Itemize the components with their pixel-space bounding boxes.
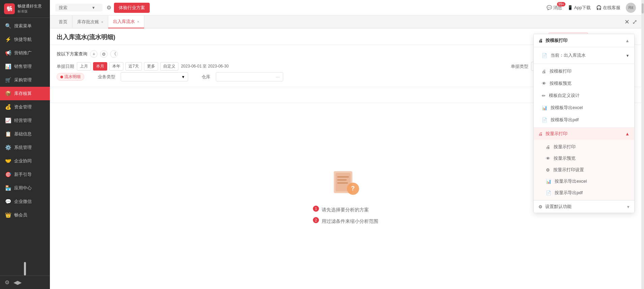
app-download-icon: 📱 <box>567 5 573 10</box>
tab-batch-ledger-close[interactable]: × <box>101 20 103 24</box>
logo-badge: 标准版 <box>18 9 42 14</box>
search-input[interactable] <box>59 5 92 10</box>
collapse-icon[interactable]: ◀▶ <box>13 279 22 286</box>
sidebar-icon-vip: 👑 <box>5 212 11 218</box>
date-btn-custom[interactable]: 自定义 <box>160 62 178 71</box>
template-excel-icon: 📊 <box>542 105 547 110</box>
tab-maximize-icon[interactable]: ⤢ <box>632 18 637 26</box>
date-filter: 上月 本月 本年 近7天 更多 自定义 <box>77 62 178 71</box>
dropdown-footer-label: 设置默认功能 <box>545 204 572 210</box>
sidebar-icon-marketing: 📢 <box>5 50 11 56</box>
header-search-box[interactable]: ▾ <box>55 4 103 11</box>
dropdown-display-print[interactable]: 🖨 按显示打印 <box>534 141 634 153</box>
customer-service-label: 在线客服 <box>603 5 620 11</box>
dropdown-template-preview[interactable]: 👁 按模板预览 <box>534 77 634 89</box>
warehouse-label: 仓库 <box>202 74 210 80</box>
sidebar-icon-basic: 📋 <box>5 131 11 137</box>
dropdown-header-arrow[interactable]: ▲ <box>625 38 630 43</box>
sidebar-label-guide: 新手引导 <box>14 172 32 178</box>
date-range-display: 2023-06-01 至 2023-06-30 <box>181 63 229 69</box>
header-gear-icon[interactable]: ⚙ <box>107 4 111 11</box>
filter-dot-icon <box>60 76 63 78</box>
sidebar-item-guide[interactable]: 🎯 新手引导 <box>0 168 50 181</box>
sidebar-icon-search: 🔍 <box>5 23 11 29</box>
search-label: 按以下方案查询 <box>57 51 87 57</box>
avatar[interactable]: Rit <box>626 3 636 13</box>
sidebar-label-vip: 畅会员 <box>14 212 27 218</box>
dropdown-display-excel[interactable]: 📊 按显示导出excel <box>534 176 634 187</box>
sidebar-item-wechat[interactable]: 💬 企业微信 <box>0 195 50 208</box>
tab-inout-flow[interactable]: 出入库流水 × <box>108 16 144 28</box>
filter-tag[interactable]: 流水明细 <box>57 73 84 81</box>
message-btn[interactable]: 💬 消息 99+ <box>547 5 562 11</box>
app-download-btn[interactable]: 📱 App下载 <box>567 5 591 11</box>
date-btn-last-month[interactable]: 上月 <box>77 62 91 71</box>
business-type-select[interactable]: ▾ <box>121 72 188 81</box>
date-btn-7days[interactable]: 近7天 <box>125 62 142 71</box>
tab-close-window-icon[interactable]: ✕ <box>624 18 630 26</box>
dropdown-template-excel[interactable]: 📊 按模板导出excel <box>534 102 634 114</box>
sidebar-item-quicknav[interactable]: ⚡ 快捷导航 <box>0 33 50 46</box>
sidebar-item-system[interactable]: ⚙️ 系统管理 <box>0 141 50 154</box>
empty-step-2: 2 用过滤条件来缩小分析范围 <box>313 216 378 226</box>
dropdown-template-print[interactable]: 🖨 按模板打印 <box>534 65 634 77</box>
display-section-label: 按显示打印 <box>546 131 567 137</box>
warehouse-more-icon[interactable]: ··· <box>276 74 280 79</box>
settings-icon[interactable]: ⚙ <box>5 279 9 286</box>
sidebar-item-search[interactable]: 🔍 搜索菜单 <box>0 19 50 33</box>
scroll-track[interactable] <box>641 0 644 289</box>
date-btn-this-month[interactable]: 本月 <box>93 62 107 71</box>
sidebar-item-collab[interactable]: 🤝 企业协同 <box>0 154 50 168</box>
header-right: 💬 消息 99+ 📱 App下载 🎧 在线客服 Rit <box>547 3 636 13</box>
search-collapse-icon[interactable]: 《 <box>110 50 118 58</box>
tab-inout-flow-close[interactable]: × <box>137 20 139 24</box>
footer-arrow: ▾ <box>627 204 630 209</box>
app-download-label: App下载 <box>574 5 591 11</box>
header-left: ▾ ⚙ 体验行业方案 <box>55 3 547 13</box>
dropdown-header: 🖨 按模板打印 ▲ <box>534 34 634 47</box>
dropdown-template-custom[interactable]: ✏ 模板自定义设计 <box>534 89 634 102</box>
sidebar-item-operation[interactable]: 📈 经营管理 <box>0 114 50 127</box>
message-badge: 99+ <box>557 2 565 6</box>
search-add-btn[interactable]: ＋ <box>90 50 97 58</box>
footer-settings-icon: ⚙ <box>538 204 543 209</box>
step-1-text: 请先选择要分析的方案 <box>322 205 369 214</box>
date-field: 单据日期 上月 本月 本年 近7天 更多 自定义 2023-06-01 至 20… <box>57 62 229 71</box>
sidebar-icon-finance: 💰 <box>5 104 11 110</box>
date-btn-more[interactable]: 更多 <box>144 62 158 71</box>
tab-batch-ledger[interactable]: 库存批次账 × <box>72 16 108 28</box>
dropdown-display-section[interactable]: 🖨 按显示打印 ▲ <box>534 128 634 140</box>
sidebar-item-basic[interactable]: 📋 基础信息 <box>0 127 50 141</box>
dropdown-title: 按模板打印 <box>546 37 567 44</box>
dropdown-display-preview[interactable]: 👁 按显示预览 <box>534 153 634 164</box>
sidebar-label-system: 系统管理 <box>14 144 32 151</box>
sidebar-item-finance[interactable]: 💰 资金管理 <box>0 100 50 114</box>
sidebar-item-marketing[interactable]: 📢 营销推广 <box>0 46 50 60</box>
customer-service-btn[interactable]: 🎧 在线客服 <box>596 5 620 11</box>
sidebar-icon-system: ⚙️ <box>5 144 11 151</box>
dropdown-footer[interactable]: ⚙ 设置默认功能 ▾ <box>534 200 634 213</box>
sidebar-item-vip[interactable]: 👑 畅会员 <box>0 208 50 222</box>
sidebar-label-appstore: 应用中心 <box>14 185 32 191</box>
dropdown-display-pdf[interactable]: 📄 按显示导出pdf <box>534 187 634 199</box>
sidebar-item-inventory[interactable]: 📦 库存核算 <box>0 87 50 100</box>
warehouse-select[interactable]: ··· <box>216 72 283 81</box>
dropdown-current-label: 📄 当前：出入库流水 ▾ <box>534 49 634 61</box>
dropdown-template-pdf[interactable]: 📄 按模板导出pdf <box>534 114 634 126</box>
sidebar-item-purchase[interactable]: 🛒 采购管理 <box>0 73 50 87</box>
trial-btn[interactable]: 体验行业方案 <box>114 3 150 13</box>
svg-rect-3 <box>337 179 347 181</box>
date-btn-this-year[interactable]: 本年 <box>109 62 123 71</box>
svg-rect-2 <box>337 176 349 178</box>
sidebar-item-sales[interactable]: 📊 销售管理 <box>0 60 50 73</box>
tab-home[interactable]: 首页 <box>54 16 72 28</box>
filter-tag-field: 流水明细 <box>57 73 84 81</box>
template-custom-icon: ✏ <box>542 93 546 98</box>
sidebar: 畅 畅捷通好生意 标准版 🔍 搜索菜单 ⚡ 快捷导航 📢 营销推广 📊 销售管理… <box>0 0 50 289</box>
sidebar-item-appstore[interactable]: 🏪 应用中心 <box>0 181 50 195</box>
search-settings-icon[interactable]: ⚙ <box>100 50 108 58</box>
search-dropdown-icon[interactable]: ▾ <box>92 5 95 10</box>
step-2-text: 用过滤条件来缩小分析范围 <box>322 216 378 226</box>
sidebar-label-purchase: 采购管理 <box>14 77 32 83</box>
dropdown-display-print-settings[interactable]: ⚙ 按显示打印设置 <box>534 164 634 176</box>
